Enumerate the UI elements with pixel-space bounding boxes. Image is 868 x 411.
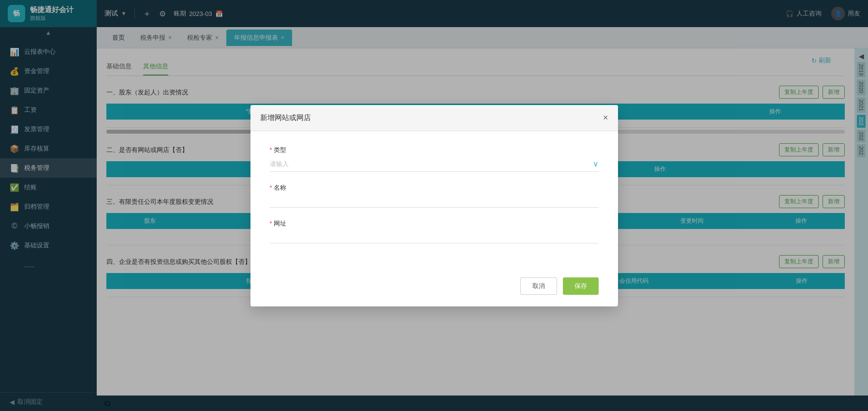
name-control [270, 194, 599, 208]
form-row-type: * 类型 ∨ [270, 146, 599, 172]
type-dropdown-icon[interactable]: ∨ [593, 159, 599, 168]
save-button[interactable]: 保存 [563, 277, 599, 295]
url-control [270, 230, 599, 244]
form-row-url: * 网址 [270, 219, 599, 244]
type-control: ∨ [270, 156, 599, 172]
form-row-name: * 名称 [270, 183, 599, 208]
dialog-close-button[interactable]: × [603, 113, 608, 123]
url-label: 网址 [274, 220, 286, 227]
dialog-footer: 取消 保存 [250, 270, 618, 306]
type-required-star: * [270, 146, 272, 153]
type-label: 类型 [274, 146, 286, 153]
type-input[interactable] [270, 160, 593, 167]
url-input[interactable] [270, 233, 599, 240]
dialog: 新增网站或网店 × * 类型 ∨ * 名称 [250, 105, 618, 306]
name-input[interactable] [270, 197, 599, 204]
name-required-star: * [270, 184, 272, 191]
dialog-title: 新增网站或网店 [260, 113, 311, 122]
dialog-header: 新增网站或网店 × [250, 105, 618, 131]
url-required-star: * [270, 220, 272, 227]
dialog-overlay: 新增网站或网店 × * 类型 ∨ * 名称 [0, 0, 868, 411]
dialog-body: * 类型 ∨ * 名称 * 网址 [250, 131, 618, 270]
name-label: 名称 [274, 184, 286, 191]
cancel-button[interactable]: 取消 [520, 277, 557, 295]
